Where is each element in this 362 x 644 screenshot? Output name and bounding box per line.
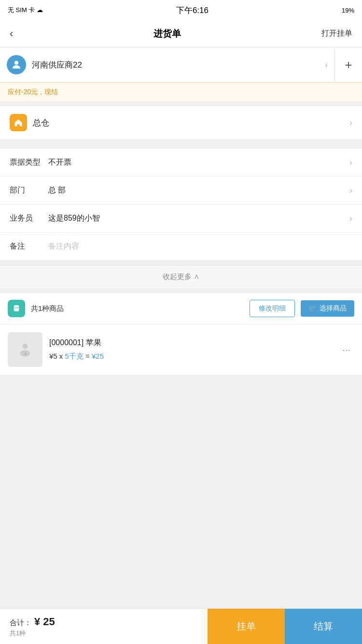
select-product-button[interactable]: 🛒 选择商品	[301, 300, 354, 317]
product-item: 督 [0000001] 苹果 ¥5 x 5千克 = ¥25 ···	[0, 324, 362, 375]
page-title: 进货单	[153, 28, 181, 40]
open-hang-button[interactable]: 打开挂单	[321, 28, 352, 39]
content-area: 河南供应商22 › + 应付-20元，现结 总仓 › 票据类型 不开票 › 部	[0, 47, 362, 420]
collapse-button[interactable]: 收起更多 ∧	[0, 265, 362, 288]
svg-point-0	[14, 61, 18, 65]
product-info: [0000001] 苹果 ¥5 x 5千克 = ¥25	[49, 338, 338, 361]
form-section: 票据类型 不开票 › 部门 总 部 › 业务员 这是859的小智 › 备注 备注…	[0, 149, 362, 260]
warehouse-selector[interactable]: 总仓 ›	[0, 106, 362, 139]
battery-icon: 19%	[342, 7, 354, 14]
supplier-chevron-icon: ›	[325, 60, 328, 70]
supplier-selector[interactable]: 河南供应商22 ›	[0, 47, 335, 82]
warehouse-section: 总仓 ›	[0, 106, 362, 139]
supplier-section: 河南供应商22 › +	[0, 47, 362, 82]
total-main: 合计： ¥ 25	[10, 616, 198, 628]
status-time: 下午6:16	[176, 5, 209, 16]
product-thumbnail: 督	[8, 332, 42, 367]
add-supplier-button[interactable]: +	[335, 47, 362, 82]
department-row[interactable]: 部门 总 部 ›	[0, 177, 362, 205]
bottom-bar: 合计： ¥ 25 共1种 挂单 结算	[0, 608, 362, 644]
total-label: 合计：	[10, 618, 31, 628]
products-icon	[8, 300, 25, 317]
unit-price: ¥5	[49, 352, 57, 360]
total-amount: ¥ 25	[34, 616, 55, 628]
invoice-chevron-icon: ›	[349, 157, 352, 168]
total-price: ¥25	[92, 352, 104, 360]
salesman-value: 这是859的小智	[48, 213, 349, 224]
warehouse-name: 总仓	[33, 117, 349, 128]
status-bar: 无 SIM 卡 ☁ 下午6:16 19%	[0, 0, 362, 20]
svg-text:督: 督	[24, 352, 27, 355]
warehouse-chevron-icon: ›	[349, 118, 352, 128]
select-product-label: 选择商品	[320, 304, 347, 313]
invoice-type-value: 不开票	[48, 157, 349, 168]
alert-banner: 应付-20元，现结	[0, 82, 362, 101]
department-label: 部门	[10, 185, 48, 196]
department-value: 总 部	[48, 185, 349, 196]
salesman-row[interactable]: 业务员 这是859的小智 ›	[0, 205, 362, 233]
product-name: [0000001] 苹果	[49, 338, 338, 348]
salesman-label: 业务员	[10, 213, 48, 224]
hang-button[interactable]: 挂单	[208, 609, 285, 644]
cart-icon: 🛒	[308, 305, 317, 312]
back-button[interactable]: ‹	[10, 28, 13, 40]
svg-point-1	[23, 344, 28, 349]
note-label: 备注	[10, 241, 48, 252]
product-more-button[interactable]: ···	[338, 342, 354, 357]
salesman-chevron-icon: ›	[349, 213, 352, 224]
product-title: 苹果	[86, 338, 101, 347]
total-area: 合计： ¥ 25 共1种	[0, 609, 208, 644]
warehouse-icon	[10, 114, 27, 131]
equals-sign: =	[85, 352, 92, 360]
multiply-sign: x	[59, 352, 65, 360]
edit-detail-button[interactable]: 修改明细	[250, 300, 295, 317]
quantity: 5千克	[65, 352, 84, 360]
supplier-name: 河南供应商22	[32, 59, 325, 70]
products-section: 共1种商品 修改明细 🛒 选择商品 督 [0000001] 苹果	[0, 293, 362, 375]
note-placeholder: 备注内容	[48, 241, 352, 252]
product-price: ¥5 x 5千克 = ¥25	[49, 352, 338, 361]
product-count-label: 共1种商品	[31, 304, 244, 313]
dept-chevron-icon: ›	[349, 185, 352, 196]
status-right: 19%	[342, 7, 354, 14]
checkout-button[interactable]: 结算	[285, 609, 362, 644]
product-code: [0000001]	[49, 338, 84, 347]
products-header: 共1种商品 修改明细 🛒 选择商品	[0, 293, 362, 324]
alert-text: 应付-20元，现结	[8, 88, 58, 96]
total-sub: 共1种	[10, 629, 198, 638]
invoice-type-row[interactable]: 票据类型 不开票 ›	[0, 149, 362, 177]
status-left: 无 SIM 卡 ☁	[8, 6, 43, 14]
nav-bar: ‹ 进货单 打开挂单	[0, 20, 362, 47]
supplier-avatar	[7, 55, 26, 74]
invoice-type-label: 票据类型	[10, 157, 48, 168]
note-row[interactable]: 备注 备注内容	[0, 233, 362, 260]
